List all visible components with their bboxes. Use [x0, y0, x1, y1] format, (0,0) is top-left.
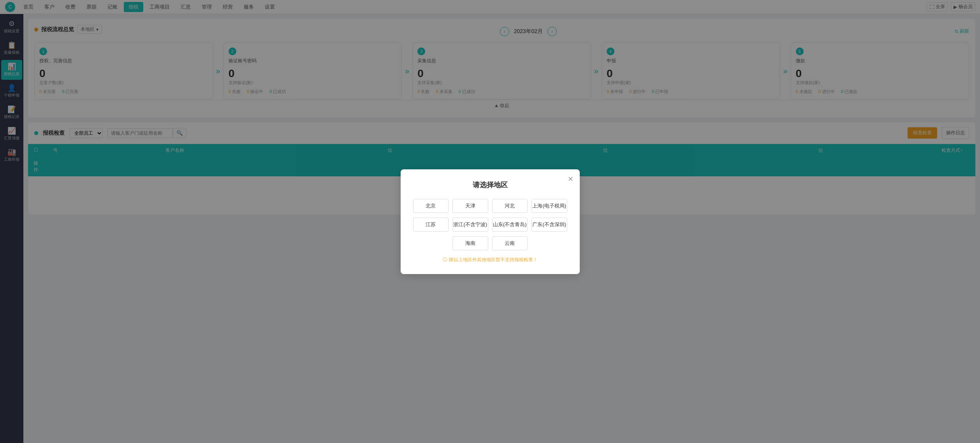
region-btn-yunnan[interactable]: 云南 [492, 236, 528, 250]
region-btn-guangdong[interactable]: 广东(不含深圳) [531, 218, 567, 232]
modal-title: 请选择地区 [413, 180, 567, 190]
region-btn-shandong[interactable]: 山东(不含青岛) [492, 218, 528, 232]
warning-icon: ⓘ [443, 257, 447, 263]
warning-text: 除以上地区外其他地区暂不支持报税检查！ [449, 257, 538, 263]
modal-warning: ⓘ 除以上地区外其他地区暂不支持报税检查！ [413, 257, 567, 263]
region-btn-beijing[interactable]: 北京 [413, 199, 449, 213]
region-btn-hainan[interactable]: 海南 [452, 236, 488, 250]
region-btn-zhejiang[interactable]: 浙江(不含宁波) [452, 218, 488, 232]
region-row-2: 江苏 浙江(不含宁波) 山东(不含青岛) 广东(不含深圳) [413, 218, 567, 232]
region-row-1: 北京 天津 河北 上海(电子税局) [413, 199, 567, 213]
region-btn-tianjin[interactable]: 天津 [452, 199, 488, 213]
region-row-3: 海南 云南 [413, 236, 567, 250]
modal-overlay[interactable]: ✕ 请选择地区 北京 天津 河北 上海(电子税局) 江苏 浙江(不含宁波) 山东… [0, 0, 980, 443]
region-select-modal: ✕ 请选择地区 北京 天津 河北 上海(电子税局) 江苏 浙江(不含宁波) 山东… [401, 169, 580, 274]
region-btn-shanghai[interactable]: 上海(电子税局) [531, 199, 567, 213]
region-btn-jiangsu[interactable]: 江苏 [413, 218, 449, 232]
region-btn-hebei[interactable]: 河北 [492, 199, 528, 213]
modal-close-button[interactable]: ✕ [568, 175, 574, 183]
